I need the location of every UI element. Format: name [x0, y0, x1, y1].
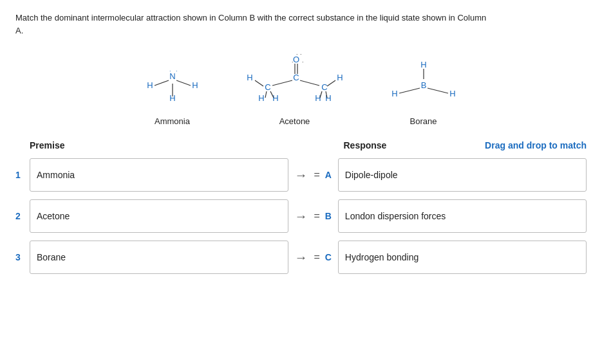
premise-number-3: 3: [15, 252, 30, 262]
svg-text:H: H: [420, 60, 426, 69]
svg-line-6: [176, 80, 191, 86]
borane-label: Borane: [410, 116, 437, 126]
response-section-1: = A Dipole-dipole: [314, 158, 587, 192]
svg-text:H: H: [258, 93, 264, 103]
row-3: 3 Borane → = C Hydrogen bonding: [15, 241, 587, 274]
ammonia-label: Ammonia: [155, 116, 190, 126]
drag-drop-label[interactable]: Drag and drop to match: [485, 140, 587, 150]
premise-text-1: Ammonia: [37, 170, 75, 180]
response-box-3[interactable]: Hydrogen bonding: [338, 241, 587, 274]
premise-header: Premise: [30, 140, 292, 150]
response-box-2[interactable]: London dispersion forces: [338, 199, 587, 233]
svg-line-4: [155, 80, 169, 86]
svg-line-20: [300, 80, 319, 86]
acetone-label: Acetone: [279, 116, 310, 126]
svg-text:H: H: [449, 89, 455, 98]
response-section-2: = B London dispersion forces: [314, 199, 587, 233]
arrow-3: →: [295, 250, 308, 265]
premise-section-2: 2 Acetone: [15, 199, 288, 233]
svg-line-24: [265, 91, 267, 98]
ammonia-svg: N · · H H H: [140, 55, 205, 113]
svg-line-22: [255, 80, 263, 86]
premise-number-2: 2: [15, 211, 30, 221]
premise-text-3: Borane: [37, 252, 66, 262]
instructions-text: Match the dominant intermolecular attrac…: [15, 12, 492, 37]
svg-text:·: ·: [302, 59, 304, 65]
arrow-2: →: [295, 209, 308, 224]
svg-text:O: O: [292, 55, 299, 64]
premise-box-1[interactable]: Ammonia: [30, 158, 288, 192]
response-box-1[interactable]: Dipole-dipole: [338, 158, 587, 192]
svg-text:B: B: [420, 80, 426, 90]
svg-text:·: ·: [169, 68, 171, 74]
equals-2: =: [314, 210, 320, 222]
svg-line-26: [327, 80, 335, 86]
response-text-3: Hydrogen bonding: [345, 252, 419, 262]
svg-text:H: H: [315, 93, 321, 103]
svg-text:·: ·: [300, 51, 302, 57]
ammonia-molecule: N · · H H H Ammonia: [140, 55, 205, 126]
equals-1: =: [314, 169, 320, 181]
svg-text:H: H: [337, 73, 343, 82]
premise-section-1: 1 Ammonia: [15, 158, 288, 192]
acetone-molecule: · · · · O C C C H H H H: [243, 48, 346, 126]
svg-text:H: H: [192, 80, 198, 90]
row-2: 2 Acetone → = B London dispersion forces: [15, 199, 587, 233]
svg-text:H: H: [247, 73, 252, 82]
svg-text:C: C: [293, 73, 299, 82]
response-text-2: London dispersion forces: [345, 211, 446, 221]
borane-molecule: H B H H Borane: [385, 55, 462, 126]
premise-section-3: 3 Borane: [15, 241, 288, 274]
response-letter-3: C: [325, 252, 338, 262]
svg-line-18: [272, 80, 292, 86]
premise-number-1: 1: [15, 170, 30, 180]
svg-text:H: H: [147, 80, 153, 90]
row-1: 1 Ammonia → = A Dipole-dipole: [15, 158, 587, 192]
response-header: Response: [344, 140, 387, 150]
arrow-1: →: [295, 168, 308, 183]
svg-text:C: C: [321, 82, 327, 92]
svg-text:H: H: [391, 89, 397, 98]
acetone-svg: · · · · O C C C H H H H: [243, 48, 346, 113]
response-letter-1: A: [325, 170, 338, 180]
svg-text:·: ·: [176, 68, 178, 74]
premise-box-3[interactable]: Borane: [30, 241, 288, 274]
response-text-1: Dipole-dipole: [345, 170, 398, 180]
borane-svg: H B H H: [385, 55, 462, 113]
response-letter-2: B: [325, 211, 338, 221]
svg-text:C: C: [265, 82, 270, 92]
svg-line-37: [399, 88, 420, 93]
response-section-3: = C Hydrogen bonding: [314, 241, 587, 274]
equals-3: =: [314, 251, 320, 263]
premise-text-2: Acetone: [37, 211, 70, 221]
molecules-row: N · · H H H Ammonia · · · · O: [15, 48, 587, 126]
rows-container: 1 Ammonia → = A Dipole-dipole 2 Acetone …: [15, 158, 587, 282]
svg-text:H: H: [272, 93, 278, 103]
svg-line-39: [428, 88, 448, 93]
premise-box-2[interactable]: Acetone: [30, 199, 288, 233]
